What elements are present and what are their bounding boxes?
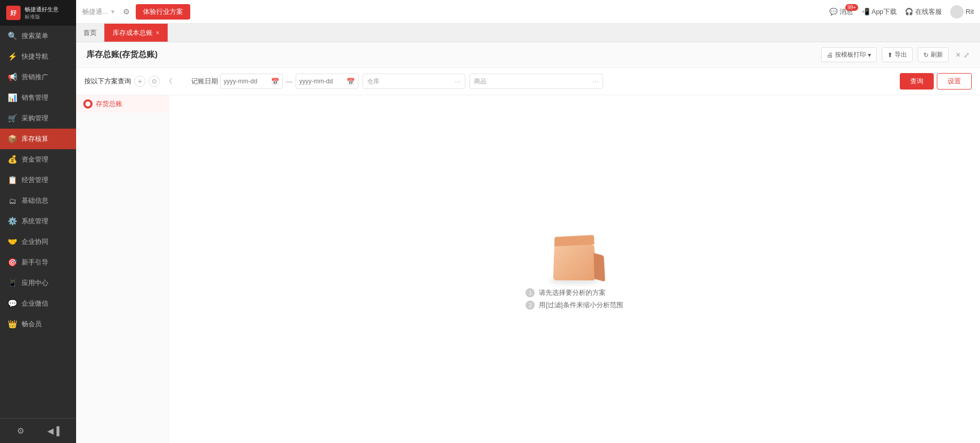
filter-left: 按以下方案查询 + ⊙ 《 — [84, 76, 187, 87]
purchase-icon: 🛒 — [7, 113, 17, 123]
sidebar-item-guide[interactable]: 🎯 新手引导 — [0, 252, 76, 273]
breadcrumb-text: 畅捷通... — [82, 7, 108, 16]
basic-info-icon: 🗂 — [7, 196, 17, 206]
breadcrumb-arrow: ▾ — [111, 8, 115, 15]
sidebar-item-label: 新手引导 — [22, 258, 48, 267]
sidebar-item-label: 企业微信 — [22, 299, 48, 308]
tab-inventory-cost[interactable]: 库存成本总账 × — [104, 24, 168, 42]
sidebar-item-member[interactable]: 👑 畅会员 — [0, 314, 76, 334]
logo-icon: 好 — [6, 6, 21, 20]
filter-buttons: 查询 设置 — [900, 73, 972, 90]
panel-expand-icon[interactable]: ⤢ — [964, 51, 970, 59]
sidebar-item-quick-nav[interactable]: ⚡ 快捷导航 — [0, 46, 76, 67]
empty-hint-1: 1 请先选择要分析的方案 — [525, 288, 623, 297]
main-area: 畅捷通... ▾ ⚙ 体验行业方案 💬 消息 99+ 📲 App下载 🎧 在线客… — [76, 0, 980, 443]
settings-button[interactable]: 设置 — [937, 73, 972, 90]
online-service-button[interactable]: 🎧 在线客服 — [905, 7, 942, 16]
filter-row: 记账日期 📅 — 📅 仓库 ··· — [191, 73, 972, 90]
product-label: 商品 — [474, 77, 592, 86]
export-icon: ⬆ — [887, 51, 893, 59]
tab-home-label: 首页 — [83, 28, 97, 38]
sidebar-item-cooperation[interactable]: 🤝 企业协同 — [0, 232, 76, 252]
sidebar-item-label: 基础信息 — [22, 196, 48, 205]
sidebar-item-sales[interactable]: 📊 销售管理 — [0, 87, 76, 108]
export-button[interactable]: ⬆ 导出 — [882, 47, 913, 62]
sidebar-item-operation[interactable]: 📋 经营管理 — [0, 170, 76, 190]
page-header: 库存总账(存货总账) 🖨 按模板打印 ▾ ⬆ 导出 ↻ 刷新 — [76, 42, 980, 68]
filter-product-group: 商品 ··· — [469, 74, 603, 89]
calendar-end-icon[interactable]: 📅 — [347, 78, 355, 85]
industry-btn[interactable]: 体验行业方案 — [136, 4, 190, 20]
empty-state: 1 请先选择要分析的方案 2 用[过滤]条件来缩小分析范围 — [169, 95, 980, 443]
refresh-button[interactable]: ↻ 刷新 — [918, 47, 949, 62]
settings-bottom-icon[interactable]: ⚙ — [15, 424, 26, 438]
topbar-right: 💬 消息 99+ 📲 App下载 🎧 在线客服 Rit — [829, 5, 974, 19]
sidebar-item-system[interactable]: ⚙️ 系统管理 — [0, 211, 76, 232]
scheme-item-label: 存货总账 — [96, 99, 122, 109]
app-download-icon: 📲 — [861, 8, 869, 15]
tab-home[interactable]: 首页 — [76, 24, 104, 42]
warehouse-label: 仓库 — [367, 77, 455, 86]
refresh-icon: ↻ — [923, 51, 929, 59]
app-download-label: App下载 — [872, 7, 897, 16]
user-menu[interactable]: Rit — [950, 5, 974, 19]
warehouse-select[interactable]: 仓库 ··· — [362, 74, 465, 89]
collapse-icon[interactable]: ◀▐ — [45, 424, 61, 438]
topbar-left: 畅捷通... ▾ ⚙ 体验行业方案 — [82, 4, 829, 20]
sidebar-item-label: 库存核算 — [22, 134, 48, 144]
sidebar-item-label: 快捷导航 — [22, 52, 48, 61]
topbar-settings-icon[interactable]: ⚙ — [123, 7, 130, 16]
warehouse-more-icon: ··· — [455, 77, 461, 85]
message-button[interactable]: 💬 消息 99+ — [829, 7, 853, 16]
operation-icon: 📋 — [7, 175, 17, 185]
online-service-label: 在线客服 — [915, 7, 942, 16]
sidebar: 好 畅捷通好生意 标准版 🔍 搜索菜单 ⚡ 快捷导航 📢 营销推广 📊 销售管理… — [0, 0, 76, 443]
tab-close-icon[interactable]: × — [156, 29, 159, 37]
filter-collapse-button[interactable]: 《 — [163, 76, 174, 87]
body-area: 存货总账 1 请先选择要分析的方案 — [76, 95, 980, 443]
date-separator: — — [286, 78, 293, 85]
sidebar-item-label: 畅会员 — [22, 320, 42, 329]
sidebar-item-purchase[interactable]: 🛒 采购管理 — [0, 108, 76, 129]
system-icon: ⚙️ — [7, 216, 17, 226]
sidebar-item-marketing[interactable]: 📢 营销推广 — [0, 67, 76, 87]
calendar-start-icon[interactable]: 📅 — [271, 78, 279, 85]
sidebar-item-label: 营销推广 — [22, 73, 48, 82]
filter-add-button[interactable]: + — [134, 76, 146, 87]
sidebar-item-wechat[interactable]: 💬 企业微信 — [0, 293, 76, 314]
sidebar-scroll: 🔍 搜索菜单 ⚡ 快捷导航 📢 营销推广 📊 销售管理 🛒 采购管理 📦 库存核… — [0, 26, 76, 418]
refresh-label: 刷新 — [931, 50, 943, 59]
tabs-bar: 首页 库存成本总账 × — [76, 24, 980, 42]
hint-num-2: 2 — [525, 300, 535, 310]
svg-point-0 — [85, 101, 90, 107]
date-end-input[interactable] — [299, 78, 344, 85]
product-select[interactable]: 商品 ··· — [469, 74, 603, 89]
tab-inventory-cost-label: 库存成本总账 — [113, 28, 153, 38]
sidebar-item-label: 企业协同 — [22, 237, 48, 246]
sidebar-item-search-menu[interactable]: 🔍 搜索菜单 — [0, 26, 76, 46]
sidebar-item-finance[interactable]: 💰 资金管理 — [0, 149, 76, 170]
sidebar-item-basic-info[interactable]: 🗂 基础信息 — [0, 190, 76, 211]
app-download-button[interactable]: 📲 App下载 — [861, 7, 897, 16]
date-start-input[interactable] — [224, 78, 269, 85]
filter-del-button[interactable]: ⊙ — [149, 76, 160, 87]
date-start-wrap: 📅 — [220, 74, 283, 89]
scheme-panel: 存货总账 — [76, 95, 169, 443]
page-actions: 🖨 按模板打印 ▾ ⬆ 导出 ↻ 刷新 — [821, 47, 949, 62]
sidebar-item-inventory[interactable]: 📦 库存核算 — [0, 129, 76, 149]
scheme-item-inventory-ledger[interactable]: 存货总账 — [76, 95, 168, 113]
scheme-icon — [83, 99, 93, 109]
date-end-wrap: 📅 — [296, 74, 358, 89]
print-label: 按模板打印 — [835, 50, 866, 59]
content-area: 库存总账(存货总账) 🖨 按模板打印 ▾ ⬆ 导出 ↻ 刷新 — [76, 42, 980, 443]
print-button[interactable]: 🖨 按模板打印 ▾ — [821, 47, 877, 62]
finance-icon: 💰 — [7, 154, 17, 165]
export-label: 导出 — [895, 50, 907, 59]
sidebar-item-label: 搜索菜单 — [22, 31, 48, 41]
user-name: Rit — [966, 8, 974, 15]
query-button[interactable]: 查询 — [900, 73, 934, 90]
hint-num-1: 1 — [525, 288, 535, 297]
cooperation-icon: 🤝 — [7, 237, 17, 247]
sidebar-item-app-center[interactable]: 📱 应用中心 — [0, 273, 76, 293]
panel-close-icon[interactable]: × — [956, 50, 960, 60]
